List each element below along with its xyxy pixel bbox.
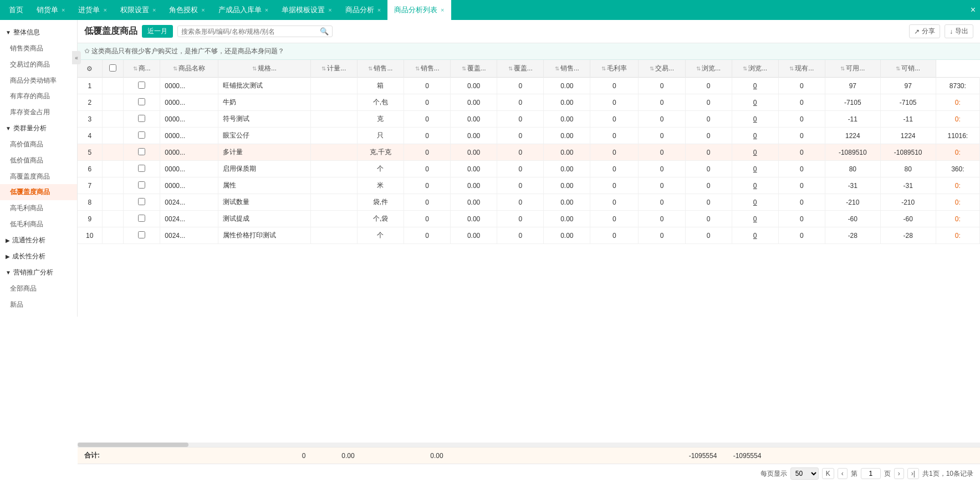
prev-page-button[interactable]: ‹ (838, 468, 848, 479)
row-browse1-6[interactable]: 0 (732, 177, 778, 194)
scrollbar-thumb[interactable] (78, 443, 188, 447)
col-sales-stat[interactable]: ⇅销售... (544, 60, 590, 78)
close-permission-tab-icon[interactable]: × (152, 7, 156, 13)
close-purchase-tab-icon[interactable]: × (103, 7, 106, 13)
col-current[interactable]: ⇅现有... (778, 60, 825, 78)
horizontal-scrollbar[interactable] (78, 443, 980, 447)
nav-tab-permission[interactable]: 权限设置 × (114, 0, 162, 20)
sidebar-item-low-value[interactable]: 低价值商品 (0, 152, 77, 169)
sidebar-item-category-rate[interactable]: 商品分类动销率 (0, 73, 77, 89)
nav-tab-sales[interactable]: 销货单 × (30, 0, 72, 20)
sidebar-item-traded-goods[interactable]: 交易过的商品 (0, 57, 77, 73)
col-browse2[interactable]: ⇅浏览... (732, 60, 778, 78)
row-checkbox-1[interactable] (123, 94, 160, 111)
sidebar-collapse-button[interactable]: « (72, 51, 81, 64)
sidebar-item-sales-goods[interactable]: 销售类商品 (0, 40, 77, 57)
sidebar-item-all-goods[interactable]: 全部商品 (0, 281, 77, 297)
col-available[interactable]: ⇅可用... (825, 60, 880, 78)
sidebar-section-flow[interactable]: ▶ 流通性分析 (0, 232, 77, 248)
sidebar-item-high-coverage[interactable]: 高覆盖度商品 (0, 169, 77, 185)
close-product-tab-icon[interactable]: × (265, 7, 268, 13)
row-checkbox-9[interactable] (123, 227, 160, 244)
last-page-button[interactable]: ›| (907, 468, 919, 479)
search-input[interactable] (181, 28, 320, 35)
close-template-tab-icon[interactable]: × (328, 7, 331, 13)
row-checkbox-3[interactable] (123, 128, 160, 144)
sidebar-item-inventory-value[interactable]: 库存资金占用 (0, 104, 77, 120)
col-code[interactable]: ⇅商... (123, 60, 160, 78)
row-checkbox-8[interactable] (123, 211, 160, 227)
row-select-5[interactable] (138, 165, 145, 172)
nav-tab-purchase[interactable]: 进货单 × (72, 0, 113, 20)
col-name[interactable]: ⇅商品名称 (160, 60, 218, 78)
col-sales-qty[interactable]: ⇅销售... (357, 60, 404, 78)
row-browse1-1[interactable]: 0 (732, 94, 778, 111)
sidebar-item-stocked-goods[interactable]: 有库存的商品 (0, 88, 77, 104)
page-number-input[interactable] (861, 468, 881, 479)
row-select-1[interactable] (138, 98, 145, 105)
close-role-tab-icon[interactable]: × (201, 7, 205, 13)
col-coverage2[interactable]: ⇅覆盖... (497, 60, 544, 78)
export-button[interactable]: ↓ 导出 (945, 24, 973, 38)
nav-tab-analysis[interactable]: 商品分析 × (339, 0, 387, 20)
row-browse1-4[interactable]: 0 (732, 144, 778, 161)
next-page-button[interactable]: › (894, 468, 904, 479)
row-select-4[interactable] (138, 148, 145, 155)
col-unit[interactable]: ⇅计量... (310, 60, 357, 78)
row-select-7[interactable] (138, 198, 145, 205)
row-checkbox-6[interactable] (123, 177, 160, 194)
col-browse1[interactable]: ⇅浏览... (685, 60, 732, 78)
row-checkbox-5[interactable] (123, 161, 160, 177)
select-all-checkbox[interactable] (109, 64, 116, 72)
sidebar-item-high-margin[interactable]: 高毛利商品 (0, 200, 77, 216)
page-size-select[interactable]: 50 20 100 (790, 467, 819, 480)
nav-tab-analysis-list[interactable]: 商品分析列表 × (387, 0, 451, 20)
row-browse1-2[interactable]: 0 (732, 111, 778, 128)
col-spec[interactable]: ⇅规格... (218, 60, 311, 78)
first-page-button[interactable]: K (822, 468, 834, 479)
row-checkbox-4[interactable] (123, 144, 160, 161)
close-analysis-tab-icon[interactable]: × (377, 7, 381, 13)
sidebar-section-marketing[interactable]: ▼ 营销推广分析 (0, 265, 77, 281)
nav-tab-product[interactable]: 产成品入库单 × (212, 0, 275, 20)
col-sellable[interactable]: ⇅可销... (880, 60, 936, 78)
row-code-0: 0000... (160, 78, 218, 94)
row-checkbox-0[interactable] (123, 78, 160, 94)
sidebar-section-cluster[interactable]: ▼ 类群量分析 (0, 120, 77, 136)
close-sales-tab-icon[interactable]: × (62, 7, 65, 13)
row-browse1-3[interactable]: 0 (732, 128, 778, 144)
row-browse1-7[interactable]: 0 (732, 194, 778, 211)
sidebar-item-low-margin[interactable]: 低毛利商品 (0, 216, 77, 232)
col-coverage1[interactable]: ⇅覆盖... (451, 60, 497, 78)
nav-tab-home[interactable]: 首页 (2, 0, 30, 20)
row-browse1-0[interactable]: 0 (732, 78, 778, 94)
sidebar-section-overall[interactable]: ▼ 整体信息 (0, 24, 77, 40)
col-settings[interactable]: ⚙ (78, 60, 102, 78)
sidebar-item-new-goods[interactable]: 新品 (0, 297, 77, 313)
col-checkbox[interactable] (102, 60, 123, 78)
row-select-8[interactable] (138, 215, 145, 222)
nav-tab-template[interactable]: 单据模板设置 × (275, 0, 338, 20)
filter-recent-month-button[interactable]: 近一月 (142, 25, 173, 38)
sidebar-item-low-coverage[interactable]: 低覆盖度商品 (0, 184, 77, 200)
sidebar-section-growth[interactable]: ▶ 成长性分析 (0, 248, 77, 265)
row-select-2[interactable] (138, 115, 145, 122)
sidebar-item-high-value[interactable]: 高价值商品 (0, 136, 77, 152)
row-select-0[interactable] (138, 82, 145, 89)
row-select-3[interactable] (138, 131, 145, 139)
col-sales-amt[interactable]: ⇅销售... (404, 60, 450, 78)
close-analysis-list-tab-icon[interactable]: × (441, 7, 444, 13)
row-select-9[interactable] (138, 231, 145, 238)
row-checkbox-2[interactable] (123, 111, 160, 128)
close-all-tabs-button[interactable]: × (971, 5, 976, 15)
nav-tab-role[interactable]: 角色授权 × (162, 0, 211, 20)
row-checkbox-7[interactable] (123, 194, 160, 211)
data-table-container[interactable]: ⚙ ⇅商... ⇅商品名称 ⇅规格... ⇅计量... ⇅销售... ⇅销售..… (78, 60, 980, 443)
row-select-6[interactable] (138, 181, 145, 189)
col-trans[interactable]: ⇅交易... (639, 60, 685, 78)
col-gross-rate[interactable]: ⇅毛利率 (590, 60, 639, 78)
row-browse1-8[interactable]: 0 (732, 211, 778, 227)
share-button[interactable]: ↗ 分享 (909, 24, 940, 38)
row-browse1-9[interactable]: 0 (732, 227, 778, 244)
row-browse1-5[interactable]: 0 (732, 161, 778, 177)
